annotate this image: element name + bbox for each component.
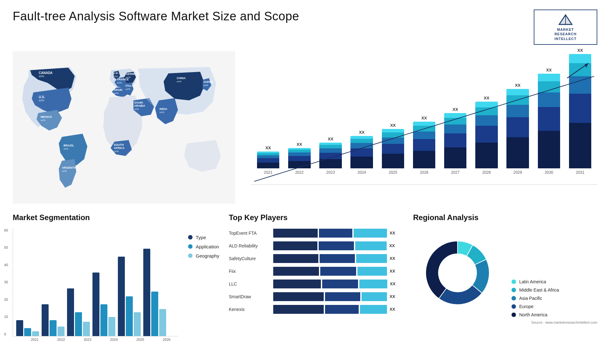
donut-segment bbox=[426, 241, 458, 299]
svg-text:CANADA: CANADA bbox=[39, 71, 52, 75]
regional-legend-label: Middle East & Africa bbox=[519, 287, 559, 293]
svg-text:JAPAN: JAPAN bbox=[203, 80, 213, 84]
bar-segment bbox=[444, 147, 467, 168]
bar-segment bbox=[444, 118, 467, 125]
source-text: Source : www.marketresearchintellect.com bbox=[413, 320, 597, 324]
legend-item: Application bbox=[188, 244, 219, 249]
bar-segment bbox=[350, 157, 373, 168]
bar-segment bbox=[413, 131, 436, 139]
svg-text:SAUDI: SAUDI bbox=[134, 101, 143, 104]
player-bar-container: XX bbox=[273, 305, 403, 314]
svg-text:xx%: xx% bbox=[114, 92, 119, 95]
regional-legend-label: North America bbox=[519, 312, 547, 317]
seg-bar-group bbox=[118, 257, 141, 336]
bar-segment bbox=[257, 163, 280, 168]
bar-segment bbox=[444, 133, 467, 147]
player-row: TopEvent FTAXX bbox=[229, 228, 403, 238]
bar-value-label: XX bbox=[515, 83, 520, 88]
player-bar-segment bbox=[325, 292, 360, 301]
bar-segment bbox=[319, 148, 342, 153]
seg-x-label: 2024 bbox=[102, 338, 126, 341]
player-row: LLCXX bbox=[229, 279, 403, 289]
players-panel: Top Key Players TopEvent FTAXXALD Reliab… bbox=[229, 213, 403, 364]
seg-bar bbox=[24, 328, 31, 336]
player-bar-segment bbox=[273, 305, 324, 314]
bar-value-label: XX bbox=[265, 145, 271, 150]
seg-bar bbox=[92, 273, 99, 336]
bar-segment bbox=[288, 156, 311, 161]
player-bar-segment bbox=[359, 280, 387, 288]
growth-bar-group: XX2027 bbox=[441, 107, 469, 175]
player-bar-label: XX bbox=[390, 281, 395, 286]
player-bar-segment bbox=[322, 280, 358, 288]
player-bar-segment bbox=[273, 254, 318, 263]
legend-label: Application bbox=[196, 244, 219, 249]
growth-bar-group: XX2026 bbox=[410, 116, 438, 175]
player-row: ALD ReliabilityXX bbox=[229, 241, 403, 251]
legend-label: Geography bbox=[196, 253, 219, 259]
bar-segment bbox=[413, 122, 436, 126]
players-list: TopEvent FTAXXALD ReliabilityXXSafetyCul… bbox=[229, 228, 403, 314]
player-bar-segment bbox=[273, 267, 319, 276]
bar-segment bbox=[506, 117, 529, 137]
bar-segment bbox=[538, 74, 560, 81]
player-bar-label: XX bbox=[390, 307, 395, 312]
player-bar-label: XX bbox=[390, 231, 395, 235]
players-title: Top Key Players bbox=[229, 213, 403, 222]
seg-bar bbox=[50, 320, 57, 336]
growth-chart-area: XX2021XX2022XX2023XX2024XX2025XX2026XX20… bbox=[248, 51, 597, 204]
regional-legend: Latin AmericaMiddle East & AfricaAsia Pa… bbox=[512, 279, 559, 317]
bar-segment bbox=[319, 143, 342, 145]
regional-legend-dot bbox=[512, 280, 516, 284]
bar-segment bbox=[413, 151, 436, 168]
svg-text:SOUTH: SOUTH bbox=[114, 143, 124, 146]
svg-text:ARGENTINA: ARGENTINA bbox=[62, 166, 79, 169]
player-bar-segment bbox=[354, 229, 387, 238]
player-name: LLC bbox=[229, 281, 270, 286]
bar-value-label: XX bbox=[297, 142, 302, 147]
bar-year-label: 2023 bbox=[326, 170, 335, 175]
seg-bars-container bbox=[16, 241, 166, 336]
player-name: SmartDraw bbox=[229, 294, 270, 299]
regional-legend-item: Middle East & Africa bbox=[512, 287, 559, 293]
player-bar-container: XX bbox=[273, 228, 403, 238]
page-header: Fault-tree Analysis Software Market Size… bbox=[13, 10, 597, 45]
player-bar-segment bbox=[273, 241, 317, 250]
seg-bar bbox=[134, 312, 141, 336]
growth-bar-group: XX2030 bbox=[535, 68, 563, 175]
bar-segment bbox=[506, 89, 529, 95]
regional-legend-label: Latin America bbox=[519, 279, 546, 284]
svg-text:xx%: xx% bbox=[39, 99, 44, 102]
bar-segment bbox=[506, 105, 529, 117]
bar-value-label: XX bbox=[421, 116, 427, 120]
bar-segment bbox=[538, 131, 560, 168]
regional-legend-item: Europe bbox=[512, 304, 559, 309]
trend-arrow-svg bbox=[566, 61, 591, 80]
bar-segment bbox=[444, 125, 467, 133]
bar-segment bbox=[288, 161, 311, 168]
logo-text: MARKETRESEARCHINTELLECT bbox=[554, 27, 577, 41]
svg-text:BRAZIL: BRAZIL bbox=[64, 144, 74, 147]
bar-segment bbox=[475, 115, 498, 126]
svg-text:xx%: xx% bbox=[41, 119, 45, 122]
player-bar-segment bbox=[325, 305, 359, 314]
regional-legend-item: Asia Pacific bbox=[512, 296, 559, 301]
bar-segment bbox=[382, 132, 404, 138]
player-bar-container: XX bbox=[273, 241, 403, 251]
svg-text:xx%: xx% bbox=[177, 80, 181, 83]
svg-text:xx%: xx% bbox=[113, 75, 118, 78]
bar-segment bbox=[257, 153, 280, 155]
growth-bar-group: XX2023 bbox=[316, 137, 344, 175]
seg-bar bbox=[67, 288, 74, 336]
bar-segment bbox=[350, 143, 373, 148]
regional-panel: Regional Analysis Latin AmericaMiddle Ea… bbox=[413, 213, 597, 364]
player-row: SafetyCultureXX bbox=[229, 254, 403, 263]
bar-segment bbox=[288, 150, 311, 152]
bar-value-label: XX bbox=[546, 68, 552, 72]
svg-text:U.S.: U.S. bbox=[39, 95, 45, 99]
player-name: Fiix bbox=[229, 269, 270, 274]
svg-text:xx%: xx% bbox=[134, 108, 139, 111]
seg-bar-group bbox=[16, 320, 39, 336]
donut-chart bbox=[413, 228, 502, 317]
player-bar-container: XX bbox=[273, 254, 403, 263]
